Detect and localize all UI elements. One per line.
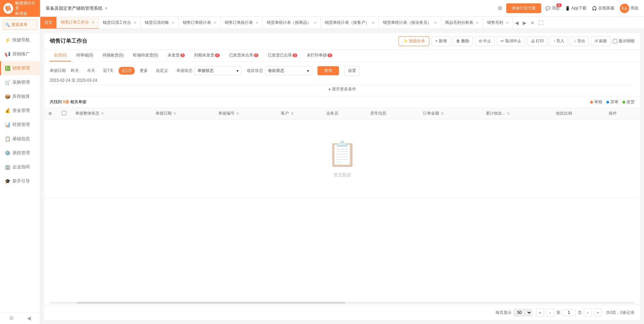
sidebar-item-marketing[interactable]: 📢 营销推广 <box>0 47 40 61</box>
sub-tab-shipped-out-storage[interactable]: 已发货已出库0 <box>264 50 301 62</box>
page-input[interactable] <box>562 309 576 316</box>
sidebar-item-system[interactable]: ⚙️ 系统管理 <box>0 146 40 160</box>
collapse-button[interactable]: ◀ <box>27 315 31 321</box>
date-btn-custom[interactable]: 自定义 <box>153 67 171 75</box>
cancel-stop-button[interactable]: ↩ 取消中止 <box>497 36 525 46</box>
first-page-button[interactable]: « <box>536 309 544 317</box>
sort-icon[interactable]: ⇅ <box>173 112 176 115</box>
sidebar-item-quick-nav[interactable]: ⚡ 快捷导航 <box>0 33 40 47</box>
delete-button[interactable]: 🗑 删除 <box>453 36 473 46</box>
tab-nav-next[interactable]: ▶ <box>521 20 528 26</box>
last-page-button[interactable]: » <box>594 309 602 317</box>
tab-sales-order-stat[interactable]: 销售订单统计表 ✕ <box>179 17 221 29</box>
tab-close-icon[interactable]: ✕ <box>434 21 437 25</box>
refresh-button[interactable]: ↺ 刷新 <box>591 36 611 46</box>
sidebar-item-sales[interactable]: 💹 销售管理 <box>0 61 40 75</box>
add-button[interactable]: + 新增 <box>431 36 450 46</box>
sub-tab-pending-review[interactable]: 待审核(0) <box>72 50 97 62</box>
tab-nav-prev[interactable]: ◀ <box>513 20 521 26</box>
search-menu-button[interactable]: 🔍 搜索菜单 <box>3 19 37 30</box>
query-button[interactable]: 查询 <box>317 66 339 75</box>
tab-sales-order-workbench[interactable]: 销售订单工作台 ✕ <box>57 17 99 29</box>
sidebar-item-inventory[interactable]: 📦 库存核算 <box>0 89 40 104</box>
sidebar-item-purchase[interactable]: 🛒 采购管理 <box>0 75 40 89</box>
sort-icon[interactable]: ⇅ <box>101 112 104 115</box>
horizontal-scrollbar[interactable] <box>44 301 640 305</box>
tab-sales-order-exec[interactable]: 销售订单执行表 ✕ <box>221 17 263 29</box>
message-button[interactable]: 💬 消息 6 <box>545 5 560 11</box>
topbar-gear-icon[interactable]: ⚙ <box>498 5 502 11</box>
sub-tab-pending-inspect[interactable]: 待拣验货(0) <box>98 50 128 62</box>
app-download-button[interactable]: 📱 App下载 <box>565 5 587 11</box>
tab-expand[interactable]: ⛶ <box>536 20 545 26</box>
settings-button[interactable]: ⚙ <box>9 315 14 321</box>
export-button[interactable]: ↓ 导出 <box>570 36 589 46</box>
date-btn-last1month[interactable]: 近1月 <box>119 67 135 75</box>
col-setting[interactable]: ⚙ <box>44 108 58 119</box>
tab-home[interactable]: 首页 <box>40 17 57 29</box>
review-action[interactable]: 审核 <box>590 99 602 105</box>
date-btn-more[interactable]: 更多 <box>137 67 151 75</box>
tab-close-icon[interactable]: ✕ <box>214 21 216 25</box>
prev-page-button[interactable]: ‹ <box>546 309 554 317</box>
sort-icon[interactable]: ⇅ <box>291 112 294 115</box>
tab-close-icon[interactable]: ✕ <box>506 21 509 25</box>
show-detail-input[interactable] <box>613 39 617 43</box>
tab-close-icon[interactable]: ✕ <box>372 21 375 25</box>
count-number: 0条 <box>63 99 69 104</box>
tab-close-icon[interactable]: ✕ <box>256 21 258 25</box>
expand-conditions-button[interactable]: ▾ 展开更多条件 <box>329 86 356 92</box>
smart-create-button[interactable]: ✨ 智能生单 <box>398 36 429 46</box>
tab-sales-stat-product[interactable]: 销货单统计表（按商品） ✕ <box>263 17 321 29</box>
sub-tab-all[interactable]: 全部(0) <box>50 50 71 62</box>
status-select[interactable]: 单据状态 ▾ <box>195 66 242 75</box>
sub-tab-expired-not-shipped[interactable]: 到期未发货0 <box>190 50 224 62</box>
ship-action[interactable]: 发货 <box>622 99 635 105</box>
tab-sales-profit[interactable]: 销售毛利 ✕ <box>483 17 513 29</box>
tab-product-margin[interactable]: 商品毛利分析表 ✕ <box>441 17 483 29</box>
date-btn-last7[interactable]: 近7天 <box>100 67 117 75</box>
tab-close-icon[interactable]: ✕ <box>134 21 136 25</box>
shipped-out-storage-badge: 0 <box>293 53 297 57</box>
sub-tab-not-printed[interactable]: 未打印单据0 <box>303 50 336 62</box>
dropdown-icon[interactable]: ▾ <box>105 6 108 11</box>
tab-close-icon[interactable]: ✕ <box>476 21 479 25</box>
date-btn-today[interactable]: 今天 <box>84 67 98 75</box>
tab-close-icon[interactable]: ✕ <box>314 21 316 25</box>
sidebar-item-finance[interactable]: 💰 资金管理 <box>0 104 40 118</box>
payment-select[interactable]: 收款状态 ▾ <box>265 66 312 75</box>
sidebar-item-operation[interactable]: 📊 经营管理 <box>0 118 40 132</box>
sort-icon[interactable]: ⇅ <box>507 112 510 115</box>
sub-tab-not-shipped[interactable]: 未发货0 <box>164 50 189 62</box>
col-status: 单据整体状态 ⇅ <box>71 108 152 119</box>
page-size-select[interactable]: 10 20 50 100 <box>514 309 532 316</box>
settings-filter-button[interactable]: 设置 <box>344 66 360 76</box>
sort-icon[interactable]: ⇅ <box>236 112 239 115</box>
tab-close-icon[interactable]: ✕ <box>172 21 174 25</box>
date-btn-yesterday[interactable]: 昨天 <box>68 67 82 75</box>
import-button[interactable]: ↑ 导入 <box>550 36 568 46</box>
stop-button[interactable]: ⊘ 中止 <box>475 36 495 46</box>
tab-close-icon[interactable]: ✕ <box>92 21 94 24</box>
show-detail-checkbox[interactable]: 显示明细 <box>613 38 635 44</box>
col-checkbox[interactable] <box>58 108 71 119</box>
sidebar-item-guide[interactable]: 🎓 新手引导 <box>0 174 40 188</box>
next-page-button[interactable]: › <box>584 309 592 317</box>
online-service-button[interactable]: 🎧 在线客服 <box>592 5 614 11</box>
tab-close-all[interactable]: ✕ <box>528 20 536 26</box>
tab-sales-stat-customer[interactable]: 销货单统计表（按客户） ✕ <box>321 17 379 29</box>
select-all-checkbox[interactable] <box>62 111 66 115</box>
user-menu-button[interactable]: Ea 用友 <box>620 4 639 13</box>
industry-btn[interactable]: 体验行业方案 <box>506 3 541 13</box>
sidebar-item-basic-info[interactable]: 📋 基础信息 <box>0 132 40 146</box>
tab-cash-reconcile[interactable]: 钱货日清对账 ✕ <box>141 17 179 29</box>
tab-cash-daily[interactable]: 钱货日清工作台 ✕ <box>99 17 141 29</box>
scrollbar-thumb[interactable] <box>77 302 345 304</box>
cancel-review-action[interactable]: 弃审 <box>606 99 618 105</box>
sidebar-item-enterprise[interactable]: 🏢 企业协同 <box>0 160 40 174</box>
sort-icon[interactable]: ⇅ <box>441 112 444 115</box>
sub-tab-wangpu[interactable]: 旺铺待发货(0) <box>129 50 162 62</box>
sub-tab-shipped-not-storage[interactable]: 已发货未出库0 <box>225 50 263 62</box>
print-button[interactable]: 🖨 打印 <box>527 36 548 46</box>
tab-sales-stat-staff[interactable]: 销货单统计表（按业务员） ✕ <box>379 17 441 29</box>
